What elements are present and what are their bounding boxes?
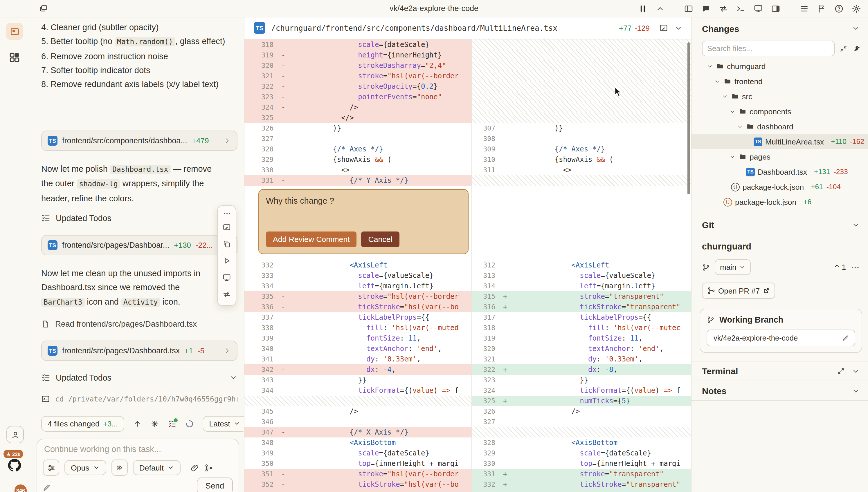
all-workspaces-icon[interactable] [7,50,22,65]
open-pr-button[interactable]: Open PR #7 [702,282,775,299]
diff-row[interactable]: 345 /> [244,406,471,417]
diff-row[interactable]: 339 fontSize: 11, [244,333,471,343]
diff-row[interactable]: 352- tickStroke="hsl(var(--bo [244,479,471,490]
diff-row[interactable]: 332 <AxisLeft [244,260,471,270]
tree-item-package-lock-json[interactable]: {}package-lock.json+6 [691,194,868,210]
right-panel-toggle-icon[interactable] [771,3,780,13]
github-icon[interactable] [6,457,23,473]
diff-row[interactable]: 319 fontSize: 11, [472,333,691,343]
play-icon[interactable] [219,252,235,269]
working-branch-input[interactable] [712,333,838,343]
tree-item-package-lock-json[interactable]: {}package-lock.json+61-104 [691,179,868,194]
workspace-tab-active-icon[interactable] [6,23,23,40]
chat-panel-icon[interactable] [701,3,711,13]
file-change-chip[interactable]: TS frontend/src/pages/Dashboard.tsx +1 -… [41,341,237,361]
mode-dropdown[interactable]: Default [133,460,181,475]
diff-row[interactable]: 337 tickLabelProps={{ [244,312,471,323]
diff-row[interactable]: 324 tickFormat={(value) => f [472,385,691,396]
chevron-down-icon[interactable] [852,367,860,375]
fast-forward-icon[interactable] [112,460,128,476]
diff-row[interactable]: 350 top={innerHeight + margi [244,458,471,469]
diff-row[interactable]: 332+ tickStroke="transparent" [472,479,691,490]
model-dropdown[interactable]: Opus [65,460,106,475]
add-review-comment-button[interactable]: Add Review Comment [266,231,357,247]
edit-pencil-icon[interactable] [42,483,51,492]
diff-row[interactable]: 349 scale={dateScale} [244,448,471,458]
chevron-up-icon[interactable] [655,3,665,13]
diff-row[interactable]: 327 [472,417,691,427]
tree-item-dashboard[interactable]: dashboard [691,119,868,134]
annotate-icon[interactable] [659,23,668,32]
diff-row[interactable]: 331- {/* Y Axis */} [244,175,471,186]
diff-row[interactable]: 341 dy: '0.33em', [244,354,471,364]
left-panel-toggle-icon[interactable] [683,3,693,13]
diff-row[interactable]: 309 {/* Axes */} [472,144,691,154]
window-stack-icon[interactable] [38,3,48,13]
diff-scrollbar[interactable] [687,42,690,194]
annotate-icon[interactable] [219,219,235,236]
branch-dropdown[interactable]: main [715,259,751,275]
diff-row[interactable]: 323- pointerEvents="none" [244,92,471,102]
diff-row[interactable]: 347- {/* X Axis */} [244,427,471,438]
diff-row[interactable]: 330 top={innerHeight + margi [472,458,691,469]
diff-row[interactable]: 338 fill: 'hsl(var(--muted [244,323,471,333]
preview-monitor-icon[interactable] [753,3,763,13]
chevron-down-icon[interactable] [852,221,860,229]
diff-row[interactable]: 322- strokeOpacity={0.2} [244,81,471,92]
diff-row[interactable]: 310 {showAxis && ( [472,154,691,165]
terminal-command-row[interactable]: cd /private/var/folders/10/h7w0q46556ggr… [41,395,237,403]
files-changed-button[interactable]: 4 files changed +3... [41,416,124,432]
diff-row[interactable]: 325- </> [244,113,471,123]
diff-row[interactable]: 326 /> [472,406,691,417]
file-change-chip[interactable]: TS frontend/src/pages/Dashboar... +130 -… [41,235,237,255]
diff-row[interactable]: 346 [244,417,471,427]
diff-row[interactable]: 318- scale={dateScale} [244,40,471,50]
chevron-down-icon[interactable] [229,374,237,382]
diff-row[interactable]: 319- height={innerHeight} [244,50,471,60]
more-options-icon[interactable] [850,263,860,272]
diff-row[interactable]: 348 <AxisBottom [244,438,471,448]
diff-row[interactable]: 335- stroke="hsl(var(--border [244,291,471,302]
tree-item-frontend[interactable]: frontend [691,74,868,89]
tree-item-components[interactable]: components [691,104,868,119]
settings-gear-icon[interactable] [851,3,861,13]
diff-row[interactable]: 314 left={margin.left} [472,281,691,291]
diff-row[interactable]: 333+ [472,490,691,492]
diff-row[interactable]: 325+ numTicks={5} [472,396,691,406]
diff-row[interactable]: 329 scale={dateScale} [472,448,691,458]
review-comment-input[interactable]: Why this change ? [266,196,461,205]
diff-row[interactable]: 322+ dx: -8, [472,364,691,375]
diff-row[interactable]: 316+ tickStroke="transparent" [472,302,691,312]
diff-row[interactable]: 330 <> [244,165,471,175]
diff-row[interactable]: 318 fill: 'hsl(var(--mutec [472,323,691,333]
tree-item-src[interactable]: src [691,89,868,104]
diff-row[interactable]: 326 )} [244,123,471,133]
chevron-down-icon[interactable] [852,24,860,32]
diff-row[interactable]: 308 [472,133,691,144]
help-icon[interactable] [834,3,844,13]
scroll-up-icon[interactable] [133,419,142,428]
diff-row[interactable]: 329 {showAxis && ( [244,154,471,165]
diff-row[interactable]: 321- stroke="hsl(var(--border [244,71,471,81]
file-change-chip[interactable]: TS frontend/src/components/dashboa... +4… [41,130,237,151]
drag-handle-dots-icon[interactable] [219,208,235,219]
diff-row[interactable]: 344 tickFormat={(value) => f [244,385,471,396]
bird-icon[interactable] [852,44,862,53]
terminal-icon[interactable] [736,3,746,13]
pause-icon[interactable] [637,3,648,13]
menu-icon[interactable] [799,3,809,13]
diff-row[interactable]: 323 }} [472,375,691,385]
changes-section-header[interactable]: Changes [691,20,868,37]
monitor-icon[interactable] [219,269,235,286]
search-input[interactable] [702,41,835,56]
diff-row[interactable]: 343 }} [244,375,471,385]
git-section-header[interactable]: Git [691,215,868,235]
latest-dropdown[interactable]: Latest [203,416,244,432]
read-file-row[interactable]: Read frontend/src/pages/Dashboard.tsx [41,320,197,328]
diff-row[interactable]: 328 {/* Axes */} [244,144,471,154]
edit-pencil-icon[interactable] [842,334,849,342]
collapse-all-icon[interactable] [840,44,848,52]
asterisk-icon[interactable] [150,419,159,428]
diff-row[interactable]: 353- [244,490,471,492]
diff-row[interactable]: 351- stroke="hsl(var(--border [244,469,471,479]
